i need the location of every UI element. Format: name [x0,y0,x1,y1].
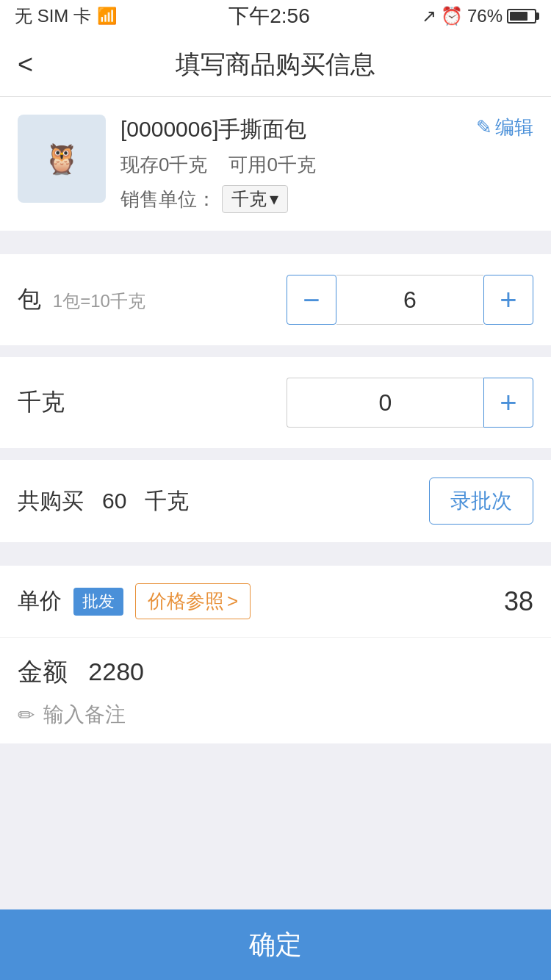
product-logo: 🦉 [43,142,80,176]
header: < 填写商品购买信息 [0,32,551,97]
note-label: 输入备注 [43,701,126,729]
unit-drop-arrow: ▾ [270,189,278,209]
price-label: 单价 [18,586,62,616]
amount-section: 金额 2280 ✏ 输入备注 [0,638,551,743]
bao-minus-button[interactable]: − [287,275,336,325]
bao-row: 包 1包=10千克 − + [18,254,533,345]
bao-quantity-input[interactable] [336,275,483,325]
amount-value: 2280 [88,657,144,685]
edit-label: 编辑 [495,115,533,140]
note-row[interactable]: ✏ 输入备注 [18,701,533,729]
kg-section: 千克 + [0,357,551,448]
wifi-icon: 📶 [97,7,117,26]
page-title: 填写商品购买信息 [176,48,375,82]
separator-1 [0,242,551,254]
unit-value: 千克 [231,187,267,211]
total-prefix: 共购买 [18,489,84,513]
unit-label: 销售单位： [120,187,216,212]
confirm-button[interactable]: 确定 [0,909,551,980]
batch-button[interactable]: 录批次 [429,478,533,525]
product-card: 🦉 [0000006]手撕面包 现存0千克 可用0千克 销售单位： 千克 ▾ ✎… [0,97,551,231]
product-unit: 销售单位： 千克 ▾ [120,185,461,213]
product-name: [0000006]手撕面包 [120,115,461,145]
stock-label: 现存0千克 [120,154,207,176]
total-section: 共购买 60 千克 录批次 [0,460,551,542]
bao-sublabel: 1包=10千克 [53,291,145,311]
kg-quantity-control: + [287,378,533,428]
back-button[interactable]: < [18,49,33,80]
bao-section: 包 1包=10千克 − + [0,254,551,345]
status-time: 下午2:56 [228,2,310,30]
kg-quantity-input[interactable] [287,378,483,428]
bao-plus-button[interactable]: + [483,275,533,325]
kg-plus-button[interactable]: + [483,378,533,428]
price-value: 38 [504,586,533,617]
price-ref-arrow: > [227,590,238,613]
battery-percent: 76% [467,6,503,26]
price-ref-button[interactable]: 价格参照 > [135,583,251,619]
price-batch-tag: 批发 [73,588,123,616]
bao-label: 包 [18,286,41,312]
bao-quantity-control: − + [287,275,533,325]
product-thumbnail: 🦉 [18,115,106,203]
status-bar: 无 SIM 卡 📶 下午2:56 ↗ ⏰ 76% [0,0,551,32]
separator-2 [0,345,551,357]
amount-label: 金额 [18,657,68,685]
total-unit: 千克 [145,489,189,513]
alarm-icon: ⏰ [441,6,463,26]
location-icon: ↗ [422,6,436,26]
empty-area [0,743,551,890]
total-text: 共购买 60 千克 [18,486,189,516]
separator-3 [0,542,551,554]
kg-row: 千克 + [18,357,533,448]
pencil-icon: ✏ [18,703,35,727]
status-left: 无 SIM 卡 📶 [15,4,117,28]
edit-icon: ✎ [476,116,492,139]
battery-fill [510,12,527,21]
price-section: 单价 批发 价格参照 > 38 [0,566,551,638]
unit-badge[interactable]: 千克 ▾ [222,185,288,213]
battery-icon [507,9,536,24]
kg-label: 千克 [18,386,65,419]
bao-label-group: 包 1包=10千克 [18,284,145,316]
amount-row: 金额 2280 [18,655,533,689]
product-stock: 现存0千克 可用0千克 [120,152,461,178]
product-info: [0000006]手撕面包 现存0千克 可用0千克 销售单位： 千克 ▾ [120,115,461,213]
price-ref-label: 价格参照 [148,588,224,614]
available-label: 可用0千克 [228,154,315,176]
carrier-label: 无 SIM 卡 [15,4,91,28]
edit-button[interactable]: ✎ 编辑 [476,115,533,140]
total-amount: 60 [102,489,126,513]
status-right: ↗ ⏰ 76% [422,6,536,26]
